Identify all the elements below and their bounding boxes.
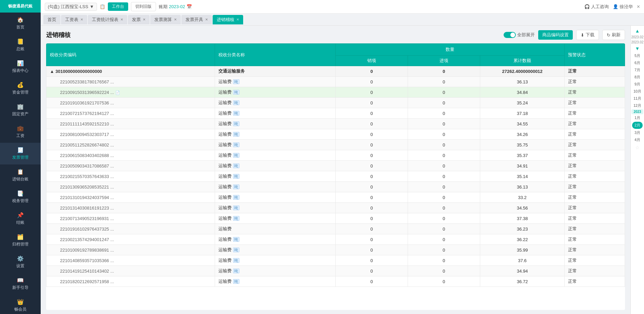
download-button[interactable]: ⬇ 下载 (576, 30, 599, 40)
sidebar-item-salary[interactable]: 💼 工资 (0, 121, 41, 143)
user-avatar[interactable]: 👤 徐泾华 (613, 4, 633, 10)
sidebar-item-tax[interactable]: 📑 税务管理 (0, 186, 41, 208)
table-row[interactable]: 22101309365208535221 ... 运输费 吨 0 0 36.13… (46, 182, 625, 192)
table-row[interactable]: 22100215570357643633 ... 运输费 吨 0 0 35.14… (46, 171, 625, 182)
timeline-month-8[interactable]: 8月 (631, 74, 644, 81)
timeline-down-nav[interactable]: ▼ (634, 45, 641, 52)
sidebar-item-settings[interactable]: ⚙️ 设置 (0, 251, 41, 273)
tab-reconcile[interactable]: 进销稽核 ✕ (213, 15, 243, 24)
table-row[interactable]: 22100511252826674802 ... 运输费 吨 0 0 35.75… (46, 140, 625, 150)
tab-close-icon[interactable]: ✕ (236, 18, 239, 21)
sidebar: 畅捷通易代账 🏠 首页 📒 总账 📊 报表中心 💰 资金管理 🏢 固定资产 💼 … (0, 0, 41, 314)
tab-close-icon[interactable]: ✕ (143, 18, 145, 21)
calendar-icon[interactable]: 📅 (187, 4, 192, 9)
cell-purchase: 0 (408, 129, 480, 140)
table-row[interactable]: 22100615083403402688 ... 运输费 吨 0 0 35.37… (46, 150, 625, 161)
support-link[interactable]: 🎧 人工咨询 (584, 4, 609, 10)
tab-home[interactable]: 首页 (43, 15, 60, 24)
close-button[interactable]: × (637, 4, 640, 10)
sidebar-item-guide[interactable]: 📖 新手引导 (0, 273, 41, 295)
tab-close-icon[interactable]: ✕ (205, 18, 208, 21)
table-row[interactable]: ▲ 3010000000000000000 交通运输服务 0 0 27262.4… (46, 66, 625, 77)
cell-cumulative: 34.91 (480, 161, 565, 171)
sidebar-item-home[interactable]: 🏠 首页 (0, 13, 41, 34)
timeline-month-9[interactable]: 9月 (631, 81, 644, 88)
sidebar-item-archive[interactable]: 🗂️ 归档管理 (0, 230, 41, 251)
timeline-month-12[interactable]: 12月 (631, 102, 644, 109)
sidebar-item-membership[interactable]: 👑 畅会员 (0, 295, 41, 314)
tab-invoice-calc[interactable]: 发票测算 ✕ (150, 15, 181, 24)
expand-toggle[interactable]: 全部展开 (504, 32, 535, 38)
sidebar-item-invoice[interactable]: 🧾 发票管理 (0, 143, 41, 164)
table-row[interactable]: 22101419125410143402 ... 运输费 吨 0 0 34.94… (46, 266, 625, 276)
timeline-month-1[interactable]: 1月 (631, 114, 644, 121)
tab-close-icon[interactable]: ✕ (80, 18, 83, 21)
sidebar-item-close-period[interactable]: 📌 结账 (0, 208, 41, 230)
cell-cumulative: 36.22 (480, 234, 565, 245)
timeline-month-4[interactable]: 4月 (631, 136, 644, 143)
tab-invoice[interactable]: 发票 ✕ (128, 15, 150, 24)
sidebar-item-reports[interactable]: 📊 报表中心 (0, 56, 41, 78)
workbench-button[interactable]: 工作台 (108, 2, 128, 11)
table-row[interactable]: 22101916102976437325 ... 运输费 0 0 36.23 正… (46, 224, 625, 234)
tab-close-icon[interactable]: ✕ (120, 18, 123, 21)
cell-sale: 0 (335, 224, 408, 234)
copy-icon[interactable]: 📋 (100, 4, 105, 9)
table-row[interactable]: 22101314030816191223 ... 运输费 吨 0 0 34.56… (46, 203, 625, 213)
table-row[interactable]: 22101111143592152210 ... 运输费 吨 0 0 34.55… (46, 119, 625, 129)
tab-close-icon[interactable]: ✕ (174, 18, 177, 21)
table-row[interactable]: 22100213574294001247 ... 运输费 吨 0 0 36.22… (46, 234, 625, 245)
timeline-month-7[interactable]: 7月 (631, 66, 644, 74)
cell-status: 正常 (565, 266, 625, 276)
favorite-icon[interactable]: ☆ (634, 143, 641, 152)
settings-button[interactable]: 商品编码设置 (538, 30, 573, 40)
table-row[interactable]: 22101408593571035366 ... 运输费 吨 0 0 37.6 … (46, 255, 625, 266)
cell-sale: 0 (335, 266, 408, 276)
timeline-month-6[interactable]: 6月 (631, 59, 644, 66)
table-row[interactable]: 22101820212692571958 ... 运输费 吨 0 0 36.72… (46, 276, 625, 287)
timeline-month-11[interactable]: 11月 (631, 95, 644, 102)
sidebar-item-ledger[interactable]: 📒 总账 (0, 34, 41, 56)
table-row[interactable]: 22101310194324037594 ... 运输费 吨 0 0 33.2 … (46, 192, 625, 203)
timeline-month-3[interactable]: 3月 (631, 129, 644, 136)
sidebar-item-purchase-ledger[interactable]: 📋 进销台账 (0, 164, 41, 186)
table-row[interactable]: 22101009192789838691 ... 运输费 吨 0 0 35.99… (46, 245, 625, 255)
cell-cumulative: 36.13 (480, 77, 565, 87)
timeline-month-5[interactable]: 5月 (631, 52, 644, 59)
col-header-quantity-group: 数量 (335, 44, 565, 56)
table-row[interactable]: 22101910361921707536 ... 运输费 吨 0 0 35.24… (46, 98, 625, 108)
timeline-month-2[interactable]: 2月 (632, 122, 643, 129)
refresh-button[interactable]: ↻ 刷新 (602, 30, 625, 40)
table-row[interactable]: 22100915031396592224 ... 📄 运输费 吨 0 0 34.… (46, 87, 625, 98)
page-actions: 全部展开 商品编码设置 ⬇ 下载 ↻ 刷新 (504, 30, 625, 40)
toggle-label-text: 全部展开 (517, 32, 535, 38)
timeline-month-10[interactable]: 10月 (631, 88, 644, 95)
table-row[interactable]: 22100523381780176567 ... 运输费 吨 0 0 36.13… (46, 77, 625, 87)
tab-invoice-issue[interactable]: 发票开具 ✕ (181, 15, 212, 24)
settings-icon: ⚙️ (17, 255, 24, 262)
table-row[interactable]: 22100509034317086587 ... 运输费 吨 0 0 34.91… (46, 161, 625, 171)
cell-purchase: 0 (408, 182, 480, 192)
tab-label: 工资表 (65, 17, 78, 23)
cell-sale: 0 (335, 234, 408, 245)
cell-cumulative: 37.38 (480, 213, 565, 224)
switch-version-button[interactable]: 切到旧版 (131, 2, 156, 11)
tab-salary[interactable]: 工资表 ✕ (61, 15, 87, 24)
cell-sale: 0 (335, 87, 408, 98)
cell-tax-code: 22101408593571035366 ... (46, 255, 215, 266)
company-selector[interactable]: (勾盘) 江西报宝-LSS ▼ (45, 3, 97, 11)
col-header-status: 预警状态 (565, 44, 625, 66)
toggle-switch[interactable] (504, 32, 516, 38)
tab-salary-stats[interactable]: 工资统计报表 ✕ (88, 15, 127, 24)
timeline-up-nav[interactable]: ▲ (634, 27, 641, 35)
invoice-icon: 🧾 (17, 147, 24, 153)
table-row[interactable]: 22100721573762194127 ... 运输费 吨 0 0 37.18… (46, 108, 625, 119)
sidebar-item-assets[interactable]: 🏢 固定资产 (0, 99, 41, 121)
table-row[interactable]: 22100713490523196931 ... 运输费 吨 0 0 37.38… (46, 213, 625, 224)
sidebar-item-finance[interactable]: 💰 资金管理 (0, 78, 41, 99)
sidebar-item-label: 固定资产 (12, 111, 28, 117)
cell-sale: 0 (335, 108, 408, 119)
cell-tax-code: 22100213574294001247 ... (46, 234, 215, 245)
cell-tax-name: 运输费 吨 (215, 234, 335, 245)
table-row[interactable]: 22100810094532303717 ... 运输费 吨 0 0 34.26… (46, 129, 625, 140)
